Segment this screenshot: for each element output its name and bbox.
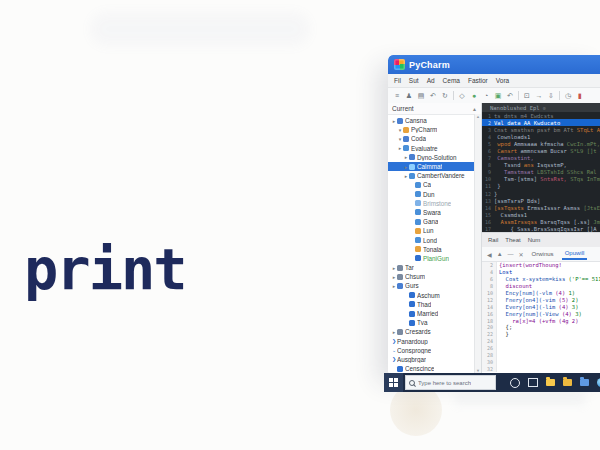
editor-line[interactable]: 14 Every[on4](-lim (4) 3) — [482, 303, 600, 310]
scroll-up-icon[interactable]: ▲ — [472, 106, 477, 112]
tree-item-ca[interactable]: Ca — [388, 180, 481, 189]
project-scrollbar[interactable]: ▲ ▼ — [474, 114, 481, 373]
hamburger-icon[interactable]: ≡ — [393, 92, 401, 99]
editor-line[interactable]: 11 } — [482, 183, 600, 190]
code-editor-dark[interactable]: Nanoblushed Epl ⊙ 1ts dnts m4 Ewdcsts2Va… — [482, 103, 600, 232]
menu-item-ad[interactable]: Ad — [427, 77, 435, 84]
rollback-icon[interactable]: ↶ — [506, 92, 514, 99]
tree-item-coda[interactable]: ▾Coda — [388, 134, 481, 143]
tree-item-brimstone[interactable]: Brimstone — [388, 199, 481, 208]
tree-item-gana[interactable]: Gana — [388, 217, 481, 226]
run-icon[interactable]: ● — [470, 92, 478, 99]
editor-line[interactable]: 24 — [482, 338, 600, 345]
editor-line[interactable]: 3Cnst smsthsn pssf bm ATt STqLt As, — [482, 126, 600, 133]
folder-icon[interactable] — [546, 379, 555, 386]
panel-control-icon[interactable]: ▲ — [497, 251, 503, 257]
editor-line[interactable]: 15 Cssmdss1 — [482, 211, 600, 218]
new-file-icon[interactable]: ▤ — [417, 92, 425, 99]
scroll-up-icon[interactable]: ▲ — [476, 114, 480, 119]
editor-line[interactable]: 6 Cost x-system=kiss ('P'== 5110); — [482, 276, 600, 283]
tree-item-planigun[interactable]: PlaniGun — [388, 254, 481, 263]
panel-control-icon[interactable]: ✕ — [519, 251, 524, 258]
tree-item-lond[interactable]: Lond — [388, 235, 481, 244]
tree-item-tonala[interactable]: Tonala — [388, 245, 481, 254]
menu-item-fastior[interactable]: Fastior — [468, 77, 488, 84]
editor-line[interactable]: 4 Cownloads1 — [482, 133, 600, 140]
tool-tab-num[interactable]: Num — [528, 237, 541, 243]
tree-item-thad[interactable]: Thad — [388, 300, 481, 309]
stop-icon[interactable]: ▮ — [576, 92, 584, 99]
editor-line[interactable]: 2{insert(wordThoung! — [482, 262, 600, 269]
editor-line[interactable]: 8 discount — [482, 283, 600, 290]
tool-tab-rail[interactable]: Rail — [488, 237, 498, 243]
editor-line[interactable]: 22 } — [482, 331, 600, 338]
panel-control-icon[interactable]: ◀ — [487, 251, 492, 258]
editor-line[interactable]: 12} — [482, 190, 600, 197]
tree-item-consprogne[interactable]: ⌄Consprogne — [388, 346, 481, 355]
editor-line[interactable]: 30 — [482, 358, 600, 365]
editor-line[interactable]: 12 Fnery[on4](-vim (5) 2) — [482, 296, 600, 303]
editor-line[interactable]: 16 Enery[num](-View (4) 3) — [482, 310, 600, 317]
history-icon[interactable]: ◔ — [482, 92, 490, 99]
menu-item-cema[interactable]: Cema — [443, 77, 460, 84]
undo-icon[interactable]: ↶ — [429, 92, 437, 99]
tree-item-evaluatre[interactable]: ▸Evaluatre — [388, 144, 481, 153]
forward-icon[interactable]: → — [535, 92, 543, 99]
editor-line[interactable]: 16 AssmIrssqss BsrsqTqss [.ss] Jmssrssq … — [482, 218, 600, 225]
task-view-icon[interactable] — [528, 378, 538, 387]
menu-item-vora[interactable]: Vora — [496, 77, 509, 84]
editor-line[interactable]: 18 ra[x]=4 (+vfm (4g 2) — [482, 317, 600, 324]
tool-tab-theat[interactable]: Theat — [505, 237, 520, 243]
editor-line[interactable]: 32 — [482, 365, 600, 372]
console-tab-orwinus[interactable]: Orwinus — [529, 249, 557, 259]
editor-line[interactable]: 5 wpod Ammsaaa kfmscha CwcIn.mPt, — [482, 140, 600, 147]
menu-item-sut[interactable]: Sut — [409, 77, 419, 84]
start-button[interactable] — [384, 373, 403, 392]
tree-item-married[interactable]: Married — [388, 309, 481, 318]
folder-icon[interactable] — [563, 379, 572, 386]
title-bar[interactable]: PyCharm — [388, 55, 600, 74]
diamond-icon[interactable]: ◇ — [458, 92, 466, 99]
editor-line[interactable]: 7 Camsostint, — [482, 155, 600, 162]
code-editor-light[interactable]: 2{insert(wordThoung!4Lost6 Cost x-system… — [482, 262, 600, 373]
commit-icon[interactable]: ▣ — [494, 92, 502, 99]
tree-item-dyno-solution[interactable]: ▸Dyno-Solution — [388, 153, 481, 162]
panel-control-icon[interactable]: — — [508, 251, 514, 257]
tree-item-tar[interactable]: ▸Tar — [388, 263, 481, 272]
tree-item-swara[interactable]: Swara — [388, 208, 481, 217]
tree-item-lun[interactable]: Lun — [388, 226, 481, 235]
tree-item-pycharm[interactable]: ▾PyCharm — [388, 125, 481, 134]
editor-tab-close-icon[interactable]: ⊙ — [543, 105, 546, 111]
editor-line[interactable]: 6 Cansrt ammncsam Bucsr S*L9 []t + IThed — [482, 147, 600, 154]
editor-line[interactable]: 13[ssmTsrsP Bds] — [482, 197, 600, 204]
editor-line[interactable]: 1ts dnts m4 Ewdcsts — [482, 112, 600, 119]
tree-item-cresards[interactable]: ▸Cresards — [388, 327, 481, 336]
editor-line[interactable]: 10 Tsm-[stms] SntsRst, STqs InTmT + S.In… — [482, 176, 600, 183]
editor-line[interactable]: 26 — [482, 345, 600, 352]
menu-item-fil[interactable]: Fil — [394, 77, 401, 84]
tree-item-ausgbrgar[interactable]: ❯Ausgbrgar — [388, 355, 481, 364]
editor-selected-line[interactable]: 2Val data AA Kwducato — [482, 119, 600, 126]
console-tab-opuwill[interactable]: Opuwill — [562, 248, 588, 260]
editor-line[interactable]: 28 — [482, 352, 600, 359]
user-icon[interactable]: ♟ — [405, 92, 413, 99]
editor-line[interactable]: 4Lost — [482, 269, 600, 276]
editor-line[interactable]: 20 {; — [482, 324, 600, 331]
tree-item-cansna[interactable]: ▸Cansna — [388, 116, 481, 125]
onedrive-folder-icon[interactable] — [580, 379, 589, 386]
taskbar-search[interactable]: Type here to search — [405, 375, 496, 390]
refresh-icon[interactable]: ↻ — [441, 92, 449, 99]
step-icon[interactable]: ⊡ — [523, 92, 531, 99]
tree-item-gurs[interactable]: ▸Gurs — [388, 281, 481, 290]
clock-icon[interactable]: ◷ — [564, 92, 572, 99]
project-header[interactable]: Current ▲ — [388, 103, 481, 115]
editor-line[interactable]: 10 Ency[num](-vlm (4) 1) — [482, 290, 600, 297]
tree-item-cambertvandere[interactable]: ▸CambertVandere — [388, 171, 481, 180]
tree-item-tva[interactable]: Tva — [388, 318, 481, 327]
tree-item-calmmat[interactable]: ▸Calmmat — [388, 162, 481, 171]
editor-line[interactable]: 8 Tssnd ans IsqsstmP, — [482, 162, 600, 169]
download-icon[interactable]: ⇩ — [547, 92, 555, 99]
tree-item-censcince[interactable]: Censcince — [388, 364, 481, 373]
tree-item-chsum[interactable]: ▸Chsum — [388, 272, 481, 281]
editor-line[interactable]: 9 Tamstmsat LBSTshId SShcs Ral — [482, 169, 600, 176]
